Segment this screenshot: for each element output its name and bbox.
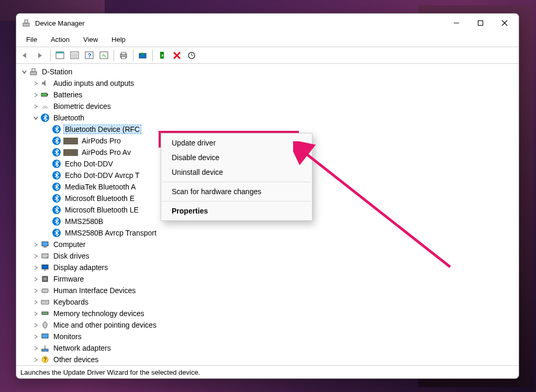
svg-rect-22 — [32, 69, 35, 72]
tree-category[interactable]: Firmware — [17, 273, 518, 285]
enable-button[interactable] — [155, 49, 169, 62]
svg-point-37 — [43, 322, 47, 328]
tree-category[interactable]: Keyboards — [17, 296, 518, 308]
context-menu-item[interactable]: Properties — [161, 204, 312, 218]
firmware-icon — [40, 274, 50, 284]
expander-icon[interactable] — [32, 252, 39, 260]
battery-icon — [40, 90, 50, 99]
expander-icon[interactable] — [32, 275, 39, 283]
bluetooth-icon — [52, 228, 61, 238]
network-icon — [40, 343, 50, 353]
expander-icon[interactable] — [32, 103, 39, 110]
menu-action[interactable]: Action — [44, 34, 76, 45]
tree-category[interactable]: Human Interface Devices — [17, 285, 518, 296]
bluetooth-icon — [52, 148, 61, 157]
expander-icon[interactable] — [32, 321, 39, 329]
expander-icon[interactable] — [32, 241, 39, 248]
maximize-button[interactable] — [468, 15, 493, 31]
tree-category-label: Audio inputs and outputs — [52, 79, 136, 88]
context-menu: Update driverDisable deviceUninstall dev… — [161, 133, 312, 221]
tree-category[interactable]: Memory technology devices — [17, 308, 518, 319]
svg-rect-33 — [42, 289, 48, 293]
tree-category[interactable]: Display adapters — [17, 262, 518, 273]
svg-rect-29 — [42, 265, 48, 269]
close-button[interactable] — [493, 15, 517, 31]
menu-help[interactable]: Help — [105, 34, 132, 45]
expander-icon[interactable] — [32, 80, 39, 87]
expander-icon[interactable] — [32, 356, 39, 363]
expander-icon[interactable] — [32, 298, 39, 306]
mouse-icon — [40, 320, 50, 330]
back-button[interactable] — [19, 49, 33, 62]
tree-root[interactable]: D-Station — [17, 66, 518, 77]
svg-rect-14 — [100, 52, 108, 59]
tree-category-label: Bluetooth — [52, 113, 86, 122]
context-menu-item[interactable]: Disable device — [161, 150, 312, 165]
bluetooth-icon — [40, 113, 50, 122]
expander-icon[interactable] — [32, 333, 39, 340]
expander-icon[interactable] — [32, 264, 39, 271]
forward-button[interactable] — [34, 49, 48, 62]
tree-category[interactable]: Network adapters — [17, 342, 518, 354]
svg-rect-23 — [41, 93, 47, 96]
tree-category-label: Biometric devices — [52, 102, 113, 111]
help-button[interactable]: ? — [83, 49, 96, 62]
context-menu-item[interactable]: Scan for hardware changes — [161, 184, 312, 199]
svg-rect-38 — [42, 334, 48, 338]
monitor-icon — [40, 332, 50, 341]
fingerprint-icon — [40, 102, 50, 111]
print-button[interactable] — [117, 49, 130, 62]
context-menu-item[interactable]: Update driver — [161, 136, 312, 150]
svg-rect-39 — [42, 349, 48, 351]
tree-category[interactable]: Mice and other pointing devices — [17, 319, 518, 331]
tree-device[interactable]: MMS2580B Avrcp Transport — [17, 227, 518, 239]
tree-device-label: Microsoft Bluetooth LE — [63, 205, 140, 215]
app-icon — [21, 18, 31, 28]
menu-view[interactable]: View — [76, 34, 105, 45]
toolbar: ? — [16, 47, 519, 64]
tree-category-label: Human Interface Devices — [52, 286, 137, 295]
tree-category[interactable]: Computer — [17, 239, 518, 250]
expander-icon[interactable] — [32, 310, 39, 317]
display-icon — [40, 263, 50, 272]
svg-rect-7 — [56, 52, 64, 53]
menu-file[interactable]: File — [19, 34, 44, 45]
tree-category[interactable]: Audio inputs and outputs — [17, 77, 518, 89]
tree-category-label: Keyboards — [52, 297, 90, 307]
tree-device-label: AirPods Pro — [80, 136, 122, 145]
computer-icon — [29, 67, 38, 76]
context-menu-separator — [162, 182, 311, 182]
svg-text:?: ? — [88, 52, 92, 59]
show-hidden-button[interactable] — [53, 49, 67, 62]
tree-category[interactable]: Biometric devices — [17, 100, 518, 112]
statusbar: Launches the Update Driver Wizard for th… — [16, 365, 519, 378]
scan-hardware-button[interactable] — [185, 49, 198, 62]
tree-device-label: Echo Dot-DDV Avrcp T — [63, 171, 141, 180]
speaker-icon — [40, 79, 50, 88]
properties-button[interactable] — [68, 49, 82, 62]
update-driver-button[interactable] — [136, 49, 150, 62]
computer-icon — [40, 240, 50, 249]
svg-text:?: ? — [43, 357, 47, 363]
expander-icon[interactable] — [32, 114, 39, 121]
menubar: File Action View Help — [16, 32, 519, 47]
bluetooth-icon — [52, 182, 61, 192]
expander-icon[interactable] — [20, 68, 28, 75]
tree-device-label: MediaTek Bluetooth A — [63, 182, 137, 192]
tree-device-label: MMS2580B Avrcp Transport — [63, 228, 158, 238]
minimize-button[interactable] — [444, 15, 468, 31]
tree-category[interactable]: Disk drives — [17, 250, 518, 262]
expander-icon[interactable] — [32, 91, 39, 98]
other-icon: ? — [40, 355, 50, 364]
tree-category[interactable]: Batteries — [17, 89, 518, 100]
uninstall-button[interactable] — [170, 49, 184, 62]
context-menu-item[interactable]: Uninstall device — [161, 165, 312, 180]
bluetooth-icon — [52, 171, 61, 180]
scan-button[interactable] — [97, 49, 111, 62]
expander-icon[interactable] — [32, 344, 39, 352]
expander-icon[interactable] — [32, 287, 39, 294]
tree-category[interactable]: ?Other devices — [17, 354, 518, 365]
tree-category[interactable]: Bluetooth — [17, 112, 518, 124]
tree-category[interactable]: Monitors — [17, 331, 518, 342]
keyboard-icon — [40, 297, 50, 307]
